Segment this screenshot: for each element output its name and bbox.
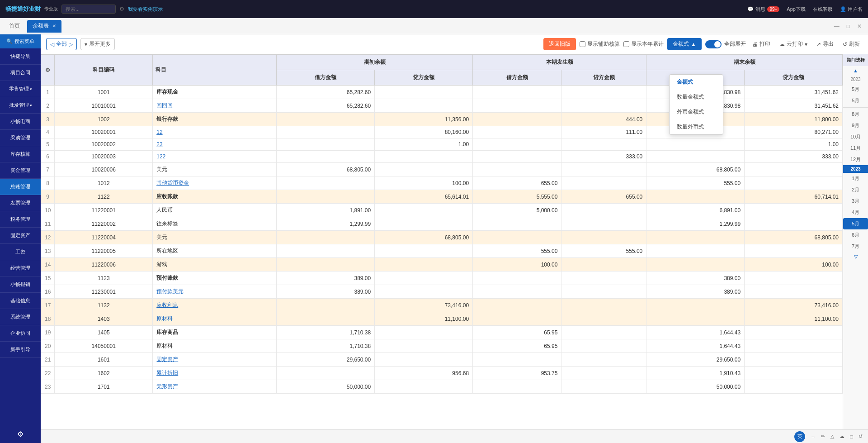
sidebar-item-invoice[interactable]: 发票管理 bbox=[0, 195, 41, 211]
row-open-credit: 73,416.00 bbox=[375, 299, 473, 312]
tab-balance[interactable]: 余额表 ✕ bbox=[27, 20, 61, 33]
row-name[interactable]: 12 bbox=[153, 126, 277, 138]
sidebar-item-sales[interactable]: 小畅报销 bbox=[0, 276, 41, 293]
row-close-credit bbox=[745, 204, 843, 217]
row-name[interactable]: 原材料 bbox=[153, 312, 277, 326]
col-settings-header: ⚙ bbox=[41, 55, 55, 86]
bottom-icon-4[interactable]: ☁ bbox=[840, 433, 844, 439]
date-month-12[interactable]: 12月 bbox=[843, 154, 868, 165]
tab-minimize-icon[interactable]: — bbox=[831, 22, 842, 30]
app-edition: 专业版 bbox=[44, 6, 58, 12]
date-month-7[interactable]: 7月 bbox=[843, 241, 868, 252]
sidebar-item-ecommerce[interactable]: 小畅电商 bbox=[0, 114, 41, 130]
row-period-debit bbox=[473, 138, 561, 151]
online-service-btn[interactable]: 在线客服 bbox=[813, 6, 833, 13]
app-download-btn[interactable]: App下载 bbox=[787, 6, 806, 13]
tab-close-icon[interactable]: ✕ bbox=[52, 24, 56, 29]
sidebar-item-label: 资金管理 bbox=[10, 167, 30, 174]
tab-home[interactable]: 首页 bbox=[4, 20, 25, 33]
row-name[interactable]: 固定资产 bbox=[153, 353, 277, 367]
show-ytd-checkbox[interactable] bbox=[623, 41, 629, 47]
dropdown-item-amount[interactable]: 金额式 bbox=[670, 75, 723, 90]
show-aux-checkbox[interactable] bbox=[580, 41, 585, 47]
message-btn[interactable]: 💬 消息 99+ bbox=[747, 6, 779, 13]
bottom-icon-5[interactable]: □ bbox=[850, 434, 853, 439]
row-name[interactable]: 回回回 bbox=[153, 99, 277, 113]
sidebar-search[interactable]: 🔍 搜索菜单 bbox=[0, 34, 41, 48]
sidebar-settings-icon[interactable]: ⚙ bbox=[17, 430, 24, 438]
sidebar-item-payroll[interactable]: 工资 bbox=[0, 244, 41, 260]
sidebar-item-label: 小畅报销 bbox=[10, 281, 30, 288]
user-avatar[interactable]: 👤 用户名 bbox=[840, 6, 863, 13]
sidebar-item-wholesale[interactable]: 批发管理 ▾ bbox=[0, 97, 41, 114]
dropdown-item-foreign-amount[interactable]: 外币金额式 bbox=[670, 105, 723, 119]
sidebar-item-capital[interactable]: 资金管理 bbox=[0, 162, 41, 179]
sidebar-item-ledger[interactable]: 总账管理 bbox=[0, 179, 41, 195]
bottom-icon-6[interactable]: ↺ bbox=[859, 433, 863, 439]
table-row: 13 11220005 所在地区 555.00 555.00 bbox=[41, 244, 843, 258]
date-month-5-active[interactable]: 5月 bbox=[843, 218, 868, 229]
date-month-5-top2[interactable]: 5月 bbox=[843, 95, 868, 106]
sidebar-item-coop[interactable]: 企业协同 bbox=[0, 325, 41, 342]
row-name[interactable]: 122 bbox=[153, 151, 277, 163]
dropdown-item-qty-amount[interactable]: 数量金额式 bbox=[670, 90, 723, 105]
row-index: 19 bbox=[41, 326, 55, 339]
date-month-4[interactable]: 4月 bbox=[843, 207, 868, 218]
date-nav-up[interactable]: ▲ bbox=[843, 66, 868, 75]
sidebar-item-retail[interactable]: 零售管理 ▾ bbox=[0, 81, 41, 97]
row-open-credit bbox=[375, 244, 473, 258]
bottom-lang-btn[interactable]: 英 bbox=[794, 431, 805, 442]
sidebar-item-ops[interactable]: 经营管理 bbox=[0, 260, 41, 276]
cloud-print-btn[interactable]: ☁ 云打印 ▾ bbox=[777, 38, 810, 50]
row-name[interactable]: 23 bbox=[153, 138, 277, 151]
amount-style-btn[interactable]: 金额式 ▲ bbox=[667, 38, 702, 50]
export-btn[interactable]: ↗ 导出 bbox=[814, 38, 836, 50]
date-month-8[interactable]: 8月 bbox=[843, 109, 868, 120]
row-name[interactable]: 应收利息 bbox=[153, 299, 277, 312]
sidebar-item-guide[interactable]: 新手引导 bbox=[0, 342, 41, 358]
bottom-icon-1[interactable]: → bbox=[811, 434, 816, 439]
bottom-icon-2[interactable]: ✏ bbox=[821, 433, 825, 439]
sidebar-item-purchase[interactable]: 采购管理 bbox=[0, 130, 41, 146]
export-label: 导出 bbox=[823, 40, 834, 48]
refresh-btn[interactable]: ↺ 刷新 bbox=[840, 38, 863, 50]
table-settings-icon[interactable]: ⚙ bbox=[45, 67, 50, 73]
sidebar-item-assets[interactable]: 固定资产 bbox=[0, 228, 41, 244]
date-month-10[interactable]: 10月 bbox=[843, 131, 868, 143]
tab-maximize-icon[interactable]: □ bbox=[844, 22, 853, 30]
row-name[interactable]: 其他货币资金 bbox=[153, 176, 277, 190]
back-to-old-btn[interactable]: 退回旧版 bbox=[543, 38, 576, 50]
sidebar-item-basic[interactable]: 基础信息 bbox=[0, 293, 41, 309]
sidebar-item-inventory[interactable]: 库存核算 bbox=[0, 146, 41, 162]
date-month-5-top1[interactable]: 5月 bbox=[843, 84, 868, 95]
date-month-1[interactable]: 1月 bbox=[843, 173, 868, 184]
date-month-2[interactable]: 2月 bbox=[843, 184, 868, 195]
row-name[interactable]: 累计折旧 bbox=[153, 367, 277, 380]
date-month-9[interactable]: 9月 bbox=[843, 120, 868, 131]
row-name[interactable]: 预付款美元 bbox=[153, 285, 277, 299]
expand-more-btn[interactable]: ▾ 展开更多 bbox=[80, 38, 115, 50]
sidebar-item-system[interactable]: 系统管理 bbox=[0, 309, 41, 325]
top-settings-icon[interactable]: ⚙ bbox=[119, 6, 124, 12]
dropdown-item-qty-foreign[interactable]: 数量外币式 bbox=[670, 119, 723, 134]
date-month-6[interactable]: 6月 bbox=[843, 229, 868, 241]
bottom-icon-3[interactable]: △ bbox=[830, 433, 834, 439]
sidebar-item-project[interactable]: 项目合同 bbox=[0, 65, 41, 81]
date-nav-down[interactable]: ▽ bbox=[843, 252, 868, 262]
sidebar-item-quick-nav[interactable]: 快捷导航 bbox=[0, 48, 41, 65]
toggle-control[interactable] bbox=[705, 40, 722, 48]
tab-close-window-icon[interactable]: ✕ bbox=[854, 22, 864, 30]
show-ytd-check-label[interactable]: 显示本年累计 bbox=[623, 40, 664, 48]
sidebar-item-tax[interactable]: 税务管理 bbox=[0, 211, 41, 228]
row-name: 美元 bbox=[153, 231, 277, 244]
expand-all-toggle[interactable]: 全部展开 bbox=[705, 40, 746, 48]
demo-link[interactable]: 我要看实例演示 bbox=[128, 6, 163, 13]
date-month-3[interactable]: 3月 bbox=[843, 195, 868, 207]
print-btn[interactable]: 🖨 打印 bbox=[750, 38, 773, 50]
date-month-11[interactable]: 11月 bbox=[843, 143, 868, 154]
row-name[interactable]: 无形资产 bbox=[153, 380, 277, 394]
top-search-input[interactable] bbox=[61, 5, 116, 14]
row-index: 20 bbox=[41, 339, 55, 353]
show-aux-check-label[interactable]: 显示辅助核算 bbox=[580, 40, 620, 48]
filter-all-btn[interactable]: ◁ 全部 ▷ bbox=[46, 38, 77, 50]
